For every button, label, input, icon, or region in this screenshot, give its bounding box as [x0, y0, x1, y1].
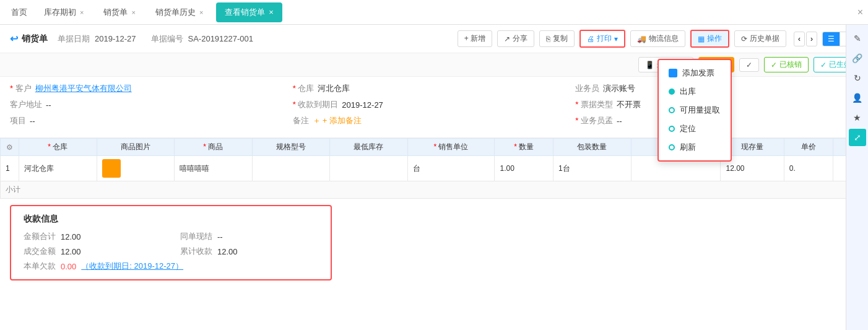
- project-value: --: [30, 116, 35, 126]
- bottom-area: 收款信息 金额合计 12.00 同单现结 -- 成交金额 12.00: [0, 199, 868, 287]
- doc-meta: 单据日期 2019-12-27 单据编号 SA-20191227-001: [58, 33, 253, 45]
- locate-icon: [669, 126, 675, 132]
- customer-field: 客户 柳州粤港平安气体有限公司: [10, 83, 293, 94]
- payment-date-value: 2019-12-27: [342, 100, 383, 110]
- main-content: ↩ 销货单 单据日期 2019-12-27 单据编号 SA-20191227-0…: [0, 25, 868, 330]
- history-button[interactable]: ⟳ 历史单据: [734, 30, 786, 47]
- table-header: ⚙ 仓库 商品图片 商品 规格型号 最低库存 销售单位 数量 包装数量 可用量（…: [1, 139, 868, 156]
- close-window-icon[interactable]: ×: [857, 7, 863, 18]
- arrears-note[interactable]: （收款到期日: 2019-12-27）: [81, 261, 183, 272]
- row-spec: [252, 156, 330, 181]
- table-area: ⚙ 仓库 商品图片 商品 规格型号 最低库存 销售单位 数量 包装数量 可用量（…: [0, 138, 868, 199]
- th-warehouse: 仓库: [19, 139, 97, 156]
- refresh-item[interactable]: 刷新: [659, 138, 731, 157]
- th-pkg: 包装数量: [553, 139, 631, 156]
- sidebar-rotate-icon[interactable]: ↻: [849, 69, 866, 87]
- same-order-item: 同单现结 --: [180, 231, 318, 242]
- row-price: 0.: [784, 156, 833, 181]
- close-sales-icon[interactable]: ×: [131, 9, 135, 16]
- tab-home[interactable]: 首页: [5, 3, 33, 22]
- sidebar-edit-icon[interactable]: ✎: [849, 30, 866, 47]
- doc-actions: + 新增 ↗ 分享 ⎘ 复制 🖨 打印 ▾ 🚚 物流信息: [458, 30, 858, 48]
- print-dropdown-icon: ▾: [614, 35, 618, 43]
- th-unit: 销售单位: [407, 139, 495, 156]
- locate-item[interactable]: 定位: [659, 119, 731, 138]
- doc-header: ↩ 销货单 单据日期 2019-12-27 单据编号 SA-20191227-0…: [0, 25, 868, 53]
- same-order-value: --: [217, 232, 223, 241]
- close-history-icon[interactable]: ×: [199, 9, 203, 16]
- payment-box: 收款信息 金额合计 12.00 同单现结 -- 成交金额 12.00: [10, 205, 332, 280]
- close-inventory-icon[interactable]: ×: [80, 9, 84, 16]
- th-qty: 数量: [495, 139, 553, 156]
- operate-dropdown: 添加发票 出库 可用量提取 定位 刷新: [658, 59, 732, 162]
- row-num: 1: [1, 156, 19, 181]
- plus-icon: ＋: [313, 115, 321, 126]
- row-product: 嘻嘻嘻嘻: [175, 156, 253, 181]
- print-icon: 🖨: [587, 35, 594, 43]
- add-invoice-item[interactable]: 添加发票: [659, 64, 731, 82]
- address-value: --: [46, 100, 51, 110]
- share-button[interactable]: ↗ 分享: [497, 30, 534, 47]
- tab-bar: 首页 库存期初 × 销货单 × 销货单历史 × 查看销货单 × ×: [0, 0, 868, 25]
- close-view-sales-icon[interactable]: ×: [269, 7, 274, 17]
- warehouse-field: 仓库 河北仓库: [293, 83, 576, 94]
- row-min-stock: [330, 156, 408, 181]
- ticket-value: 不开票: [617, 99, 641, 110]
- tab-sales-history[interactable]: 销货单历史 ×: [146, 1, 212, 24]
- sidebar-user-icon[interactable]: 👤: [849, 89, 866, 106]
- customer-value[interactable]: 柳州粤港平安气体有限公司: [35, 83, 132, 94]
- tab-sales[interactable]: 销货单 ×: [94, 1, 144, 24]
- product-table: ⚙ 仓库 商品图片 商品 规格型号 最低库存 销售单位 数量 包装数量 可用量（…: [0, 138, 868, 199]
- tab-inventory[interactable]: 库存期初 ×: [35, 1, 93, 24]
- verified-button[interactable]: ✓ 已核销: [764, 57, 809, 72]
- th-min-stock: 最低库存: [330, 139, 408, 156]
- sidebar-star-icon[interactable]: ★: [849, 109, 866, 126]
- row-pkg: 1台: [553, 156, 631, 181]
- status-row: 📱 来自手机 未开票 ✓ ✓ 已核销 ✓ 已生效: [0, 53, 868, 77]
- new-button[interactable]: + 新增: [458, 30, 492, 47]
- nav-left-button[interactable]: ‹: [794, 32, 805, 46]
- outbound-icon: [669, 89, 675, 95]
- check-icon: ✓: [746, 61, 752, 69]
- nav-arrows: ‹ ›: [794, 32, 817, 46]
- outbound-item[interactable]: 出库: [659, 82, 731, 101]
- history-icon: ⟳: [741, 35, 747, 43]
- refresh-icon: [669, 144, 675, 150]
- confirm-button[interactable]: ✓: [739, 58, 759, 72]
- list-view-button[interactable]: ☰: [823, 32, 840, 46]
- th-product: 商品: [175, 139, 253, 156]
- th-price: 单价: [784, 139, 833, 156]
- tab-view-sales[interactable]: 查看销货单 ×: [216, 2, 282, 22]
- row-warehouse: 河北仓库: [19, 156, 97, 181]
- payment-date-field: 收款到期日 2019-12-27: [293, 99, 576, 110]
- sidebar-link-icon[interactable]: 🔗: [849, 50, 866, 67]
- copy-icon: ⎘: [546, 35, 550, 43]
- add-invoice-icon: [669, 69, 677, 77]
- arrears-value: 0.00: [61, 262, 76, 271]
- th-settings: ⚙: [1, 139, 19, 156]
- share-icon: ↗: [504, 35, 510, 43]
- payment-title: 收款信息: [24, 214, 318, 225]
- sidebar-expand-icon[interactable]: ⤢: [849, 129, 866, 146]
- address-field: 客户地址 --: [10, 99, 293, 110]
- form-area: 客户 柳州粤港平安气体有限公司 仓库 河北仓库 业务员 演示账号 客户地址 --: [0, 77, 868, 138]
- doc-title: ↩ 销货单: [10, 33, 48, 45]
- add-note-button[interactable]: ＋ + 添加备注: [313, 115, 362, 126]
- staff2-value: --: [617, 116, 622, 126]
- doc-icon: ↩: [10, 33, 18, 45]
- nav-right-button[interactable]: ›: [806, 32, 817, 46]
- logistics-button[interactable]: 🚚 物流信息: [630, 30, 685, 47]
- operate-button[interactable]: ▦ 操作: [690, 30, 729, 48]
- th-image: 商品图片: [97, 139, 175, 156]
- subtotal-row: 小计: [1, 181, 868, 199]
- row-image: [97, 156, 175, 181]
- available-extract-item[interactable]: 可用量提取: [659, 101, 731, 119]
- total-value: 12.00: [61, 232, 81, 241]
- cumulative-item: 累计收款 12.00: [180, 246, 318, 257]
- print-button[interactable]: 🖨 打印 ▾: [579, 30, 625, 48]
- cumulative-value: 12.00: [217, 247, 238, 256]
- staff-value: 演示账号: [603, 83, 635, 94]
- verified-icon: ✓: [771, 61, 777, 69]
- mobile-icon: 📱: [645, 61, 654, 69]
- copy-button[interactable]: ⎘ 复制: [539, 30, 575, 47]
